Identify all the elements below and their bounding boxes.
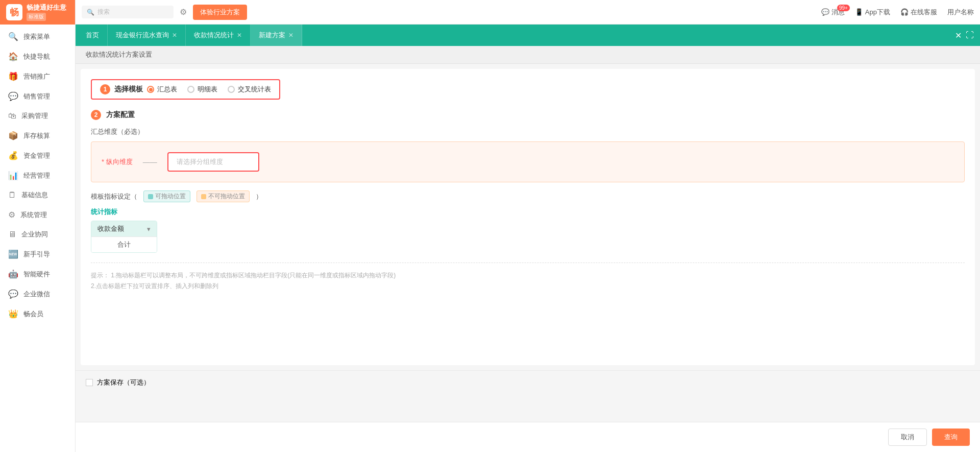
logo-text: 畅捷通好生意 bbox=[27, 4, 66, 12]
top-header: 🔍 搜索 ⚙ 体验行业方案 💬 消息 99+ 📱 App下载 🎧 在线客服 用户… bbox=[76, 0, 980, 25]
radio-cross[interactable]: 交叉统计表 bbox=[228, 85, 271, 94]
sidebar-item-operation[interactable]: 📊 经营管理 bbox=[0, 165, 75, 185]
step2-title: 方案配置 bbox=[106, 110, 135, 120]
plan-config: 汇总维度（必选） * 纵向维度 —— 请选择分组维度 bbox=[91, 127, 965, 182]
logo-icon: 畅 bbox=[6, 4, 22, 20]
bottom-footer: 取消 查询 bbox=[76, 422, 980, 452]
non-draggable-label: 不可拖动位置 bbox=[208, 192, 245, 201]
tab-bar-actions: ✕ ⛶ bbox=[955, 25, 978, 46]
sidebar-item-label: 库存核算 bbox=[23, 131, 50, 140]
metric-header[interactable]: 收款金额 ▾ bbox=[91, 221, 157, 236]
service-label: 在线客服 bbox=[911, 8, 937, 17]
dimension-selector-placeholder: 请选择分组维度 bbox=[177, 157, 223, 166]
dimension-area: * 纵向维度 —— 请选择分组维度 bbox=[91, 141, 965, 182]
radio-cross-label: 交叉统计表 bbox=[238, 85, 271, 94]
metric-name: 收款金额 bbox=[97, 224, 124, 233]
indicator-title-start: 模板指标设定（ bbox=[91, 192, 137, 201]
tab-new-plan[interactable]: 新建方案 ✕ bbox=[251, 25, 302, 46]
content-area: 收款情况统计方案设置 1 选择模板 汇总表 bbox=[76, 46, 980, 422]
tip2: 2.点击标题栏下拉可设置排序、插入列和删除列 bbox=[91, 282, 965, 291]
sidebar-item-member[interactable]: 👑 畅会员 bbox=[0, 304, 75, 324]
sidebar-item-smart-hardware[interactable]: 🤖 智能硬件 bbox=[0, 264, 75, 284]
step2-number: 2 bbox=[91, 110, 101, 120]
sidebar-logo: 畅 畅捷通好生意 标准版 bbox=[0, 0, 75, 25]
sidebar-item-enterprise-collab[interactable]: 🖥 企业协同 bbox=[0, 225, 75, 244]
step1-box: 1 选择模板 汇总表 明细表 bbox=[91, 79, 280, 100]
sidebar-item-label: 快捷导航 bbox=[23, 52, 50, 61]
sidebar-item-marketing[interactable]: 🎁 营销推广 bbox=[0, 66, 75, 86]
tab-close-all-btn[interactable]: ✕ bbox=[955, 31, 962, 40]
tab-fullscreen-btn[interactable]: ⛶ bbox=[966, 31, 974, 40]
query-button[interactable]: 查询 bbox=[932, 429, 970, 446]
radio-dot-detail bbox=[187, 86, 194, 93]
sidebar-item-base-info[interactable]: 🗒 基础信息 bbox=[0, 185, 75, 205]
tab-receipt-stats-label: 收款情况统计 bbox=[194, 31, 234, 40]
tab-receipt-stats-close[interactable]: ✕ bbox=[237, 32, 242, 39]
app-label: App下载 bbox=[865, 8, 890, 17]
sidebar-item-inventory[interactable]: 📦 库存核算 bbox=[0, 126, 75, 146]
tab-bank-flow[interactable]: 现金银行流水查询 ✕ bbox=[108, 25, 186, 46]
sidebar-item-sales[interactable]: 💬 销售管理 bbox=[0, 86, 75, 106]
tab-bank-flow-close[interactable]: ✕ bbox=[172, 32, 177, 39]
save-option: 方案保存（可选） bbox=[76, 370, 980, 394]
settings-icon[interactable]: ⚙ bbox=[178, 5, 189, 19]
tab-home-label: 首页 bbox=[86, 31, 99, 40]
sidebar-item-quick-nav[interactable]: 🏠 快捷导航 bbox=[0, 46, 75, 66]
dimension-arrow: —— bbox=[143, 158, 157, 166]
service-icon: 🎧 bbox=[900, 8, 909, 16]
radio-dot-cross bbox=[228, 86, 235, 93]
radio-summary-label: 汇总表 bbox=[157, 85, 177, 94]
radio-detail[interactable]: 明细表 bbox=[187, 85, 217, 94]
online-service-btn[interactable]: 🎧 在线客服 bbox=[900, 8, 937, 17]
cancel-button[interactable]: 取消 bbox=[888, 429, 927, 446]
industry-btn[interactable]: 体验行业方案 bbox=[193, 5, 247, 20]
indicator-settings: 模板指标设定（ 可拖动位置 不可拖动位置 ） 统计指标 bbox=[91, 191, 965, 254]
sidebar-item-wechat[interactable]: 💬 企业微信 bbox=[0, 284, 75, 304]
step2-section: 2 方案配置 汇总维度（必选） * 纵向维度 —— 请选择分组维度 bbox=[91, 110, 965, 291]
radio-summary[interactable]: 汇总表 bbox=[147, 85, 177, 94]
sidebar-item-label: 企业微信 bbox=[23, 290, 50, 299]
sidebar-item-label: 畅会员 bbox=[23, 310, 43, 319]
app-download-btn[interactable]: 📱 App下载 bbox=[855, 8, 890, 17]
sidebar-item-search-menu[interactable]: 🔍 搜索菜单 bbox=[0, 27, 75, 46]
search-icon: 🔍 bbox=[87, 9, 94, 16]
tab-home[interactable]: 首页 bbox=[78, 25, 108, 46]
indicator-title-end: ） bbox=[256, 192, 262, 201]
indicator-label-row: 模板指标设定（ 可拖动位置 不可拖动位置 ） bbox=[91, 191, 965, 202]
tab-new-plan-close[interactable]: ✕ bbox=[288, 32, 293, 39]
message-badge: 99+ bbox=[837, 5, 850, 11]
vertical-dimension-label: * 纵向维度 bbox=[102, 157, 133, 166]
tab-receipt-stats[interactable]: 收款情况统计 ✕ bbox=[186, 25, 251, 46]
search-placeholder: 搜索 bbox=[97, 8, 110, 16]
sidebar-item-system[interactable]: ⚙ 系统管理 bbox=[0, 205, 75, 225]
metric-table: 收款金额 ▾ 合计 bbox=[91, 221, 157, 253]
logo-badge: 标准版 bbox=[27, 13, 46, 21]
money-icon: 💰 bbox=[8, 151, 18, 160]
sidebar-item-label: 系统管理 bbox=[20, 210, 47, 220]
header-right: 💬 消息 99+ 📱 App下载 🎧 在线客服 用户名称 bbox=[821, 8, 974, 17]
save-option-label: 方案保存（可选） bbox=[97, 378, 150, 387]
wechat-icon: 💬 bbox=[8, 289, 18, 299]
gear-icon: ⚙ bbox=[8, 210, 15, 220]
radio-dot-summary bbox=[147, 86, 154, 93]
form-container: 1 选择模板 汇总表 明细表 bbox=[81, 69, 975, 365]
metric-sub: 合计 bbox=[91, 236, 157, 252]
message-icon: 💬 bbox=[821, 8, 829, 16]
step2-header: 2 方案配置 bbox=[91, 110, 965, 120]
app-icon: 📱 bbox=[855, 8, 863, 16]
bag-icon: 🛍 bbox=[8, 111, 16, 121]
sidebar-item-label: 经营管理 bbox=[23, 171, 50, 180]
search-bar[interactable]: 🔍 搜索 bbox=[82, 6, 174, 18]
message-btn[interactable]: 💬 消息 99+ bbox=[821, 8, 845, 17]
template-radio-group: 汇总表 明细表 交叉统计表 bbox=[147, 85, 271, 94]
page-title: 收款情况统计方案设置 bbox=[76, 46, 980, 64]
sidebar-item-newbie[interactable]: 🆕 新手引导 bbox=[0, 244, 75, 264]
draggable-badge: 可拖动位置 bbox=[143, 191, 190, 202]
tab-bar: 首页 现金银行流水查询 ✕ 收款情况统计 ✕ 新建方案 ✕ ✕ ⛶ bbox=[76, 25, 980, 46]
sidebar-item-finance[interactable]: 💰 资金管理 bbox=[0, 146, 75, 165]
sidebar-item-purchase[interactable]: 🛍 采购管理 bbox=[0, 106, 75, 126]
save-checkbox[interactable] bbox=[86, 379, 93, 386]
home-icon: 🏠 bbox=[8, 52, 18, 61]
tips-section: 提示： 1.拖动标题栏可以调整布局，不可跨维度或指标区域拖动栏目字段(只能在同一… bbox=[91, 263, 965, 291]
dimension-selector[interactable]: 请选择分组维度 bbox=[167, 152, 259, 172]
